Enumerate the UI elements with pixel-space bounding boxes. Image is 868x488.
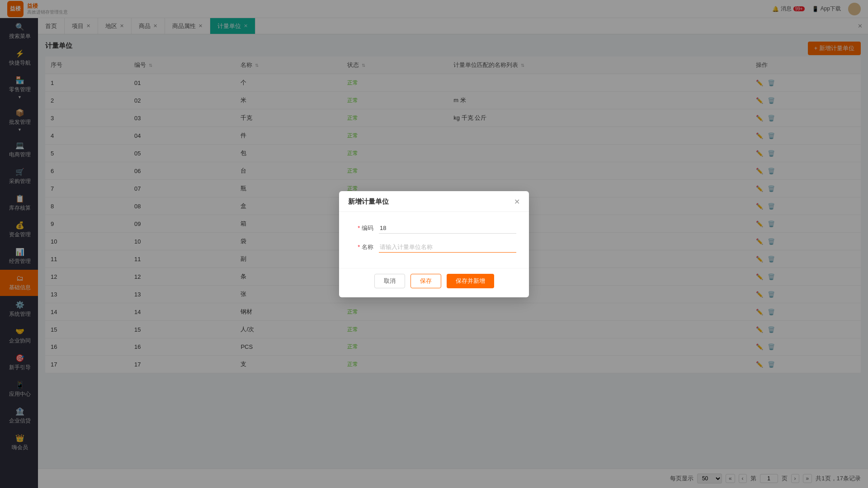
modal-footer: 取消 保存 保存并新增 <box>339 268 529 297</box>
name-label: 名称 <box>352 243 373 251</box>
name-input[interactable] <box>379 242 516 253</box>
form-row-name: 名称 <box>352 242 516 253</box>
modal-header: 新增计量单位 ✕ <box>339 191 529 212</box>
add-unit-modal: 新增计量单位 ✕ 编码 名称 取消 保存 保存并新增 <box>339 191 529 297</box>
modal-overlay[interactable]: 新增计量单位 ✕ 编码 名称 取消 保存 保存并新增 <box>0 0 868 488</box>
code-label: 编码 <box>352 224 373 232</box>
save-button[interactable]: 保存 <box>410 274 441 288</box>
code-input[interactable] <box>379 223 516 234</box>
modal-body: 编码 名称 <box>339 212 529 268</box>
cancel-button[interactable]: 取消 <box>374 274 405 288</box>
form-row-code: 编码 <box>352 223 516 234</box>
modal-close-btn[interactable]: ✕ <box>514 197 520 206</box>
modal-title: 新增计量单位 <box>348 197 389 206</box>
save-and-new-button[interactable]: 保存并新增 <box>447 274 494 288</box>
